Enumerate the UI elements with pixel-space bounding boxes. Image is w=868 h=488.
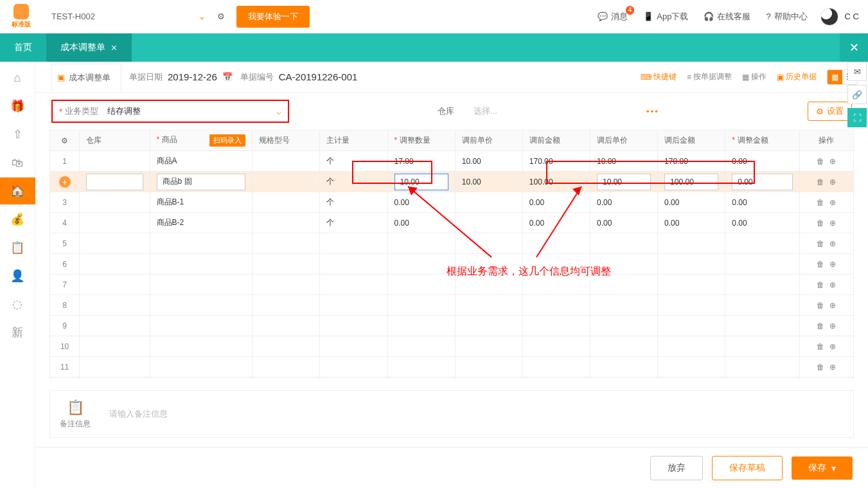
copy-icon[interactable]: ⊕: [829, 301, 836, 310]
sidebar-new-icon[interactable]: 新: [0, 319, 35, 346]
th-gear[interactable]: ⚙: [50, 131, 80, 151]
adjust-by-doc-link[interactable]: ≡按单据调整: [687, 71, 732, 82]
warehouse-selector[interactable]: 选择...: [474, 105, 497, 117]
more-icon[interactable]: •••: [646, 107, 659, 116]
tab-home[interactable]: 首页: [0, 33, 46, 62]
copy-icon[interactable]: ⊕: [829, 198, 836, 207]
view-grid-icon[interactable]: ▦: [828, 70, 842, 84]
post-price-input[interactable]: 10.00: [597, 174, 651, 190]
cta-button[interactable]: 我要体验一下: [236, 6, 310, 28]
close-icon[interactable]: ✕: [111, 43, 118, 53]
save-draft-button[interactable]: 保存草稿: [712, 456, 783, 480]
copy-icon[interactable]: ⊕: [829, 363, 836, 372]
document-tab[interactable]: ▣ 成本调整单: [51, 64, 121, 92]
adj-amt-input[interactable]: 0.00: [732, 174, 793, 190]
calendar-icon[interactable]: 📅: [222, 72, 233, 82]
rail-expand-icon[interactable]: ⛶: [847, 108, 867, 127]
sidebar-home-icon[interactable]: ⌂: [0, 64, 35, 91]
warehouse-input[interactable]: [86, 174, 143, 190]
discard-button[interactable]: 放弃: [650, 456, 703, 480]
th-pre-amt: 调前金额: [522, 131, 590, 151]
table-row[interactable]: 9🗑⊕: [50, 316, 854, 336]
doc-date-field: 单据日期 2019-12-26 📅: [129, 71, 233, 83]
tenant-selector[interactable]: TEST-H002 ⌄: [51, 6, 206, 27]
post-amt-input[interactable]: 100.00: [664, 174, 718, 190]
app-download-link[interactable]: 📱 App下载: [643, 11, 688, 23]
delete-icon[interactable]: 🗑: [817, 301, 824, 310]
doc-serial-value: CA-20191226-001: [279, 71, 358, 82]
history-link[interactable]: ▣历史单据: [777, 71, 817, 82]
remarks-label: 📋 备注信息: [50, 399, 100, 429]
tab-cost-adjust[interactable]: 成本调整单 ✕: [46, 33, 132, 62]
qty-input[interactable]: 10.00: [394, 174, 448, 190]
table-row[interactable]: 10🗑⊕: [50, 336, 854, 357]
rail-link-icon[interactable]: 🔗: [847, 85, 867, 104]
add-row-icon[interactable]: +: [59, 176, 71, 188]
scan-button[interactable]: 扫码录入: [209, 134, 245, 147]
delete-icon[interactable]: 🗑: [817, 321, 824, 330]
business-type-selector[interactable]: * 业务类型 结存调整 ⌵: [51, 100, 289, 123]
doc-date-value[interactable]: 2019-12-26: [168, 71, 217, 82]
table-header-row: ⚙ 仓库 *商品扫码录入 规格型号 主计量 *调整数量 调前单价 调前金额 调后…: [50, 131, 854, 151]
delete-icon[interactable]: 🗑: [817, 239, 824, 248]
required-star: *: [59, 107, 62, 116]
table-row[interactable]: 11🗑⊕: [50, 357, 854, 377]
shortcut-link[interactable]: ⌨快捷键: [641, 71, 677, 82]
table-row[interactable]: 4商品B-2个0.000.000.000.000.00🗑⊕: [50, 213, 854, 233]
th-unit: 主计量: [320, 131, 387, 151]
gear-icon: ⚙: [816, 107, 824, 116]
table-row[interactable]: +商品b 固个10.0010.00100.0010.00100.000.00🗑⊕: [50, 172, 854, 192]
copy-icon[interactable]: ⊕: [829, 177, 836, 186]
help-center-link[interactable]: ? 帮助中心: [766, 11, 807, 23]
th-ops: 操作: [799, 131, 853, 151]
logo[interactable]: 标准版: [9, 4, 33, 29]
settings-button[interactable]: ⚙ 设置: [808, 102, 852, 121]
annotation-bottom: 根据业务需求，这几个信息均可调整: [447, 265, 611, 278]
user-menu[interactable]: C C: [820, 8, 859, 26]
chevron-down-icon: ⌄: [199, 12, 206, 21]
operations-link[interactable]: ▦操作: [742, 71, 766, 82]
sidebar-bag-icon[interactable]: 🛍: [0, 149, 35, 176]
delete-icon[interactable]: 🗑: [817, 363, 824, 372]
copy-icon[interactable]: ⊕: [829, 342, 836, 351]
copy-icon[interactable]: ⊕: [829, 239, 836, 248]
topbar: 标准版 TEST-H002 ⌄ ⚙ 我要体验一下 💬 消息 4 📱 App下载 …: [0, 0, 868, 33]
sidebar-upload-icon[interactable]: ⇧: [0, 121, 35, 148]
delete-icon[interactable]: 🗑: [817, 342, 824, 351]
adjust-icon: ≡: [687, 73, 691, 82]
delete-icon[interactable]: 🗑: [817, 219, 824, 228]
rail-comment-icon[interactable]: ✉: [847, 62, 867, 81]
sidebar-contact-icon[interactable]: 👤: [0, 262, 35, 289]
table-row[interactable]: 8🗑⊕: [50, 295, 854, 316]
sidebar-clipboard-icon[interactable]: 📋: [0, 234, 35, 261]
product-input[interactable]: 商品b 固: [157, 174, 246, 190]
sidebar-gift-icon[interactable]: 🎁: [0, 93, 35, 120]
th-product: *商品扫码录入: [150, 131, 252, 151]
copy-icon[interactable]: ⊕: [829, 260, 836, 269]
delete-icon[interactable]: 🗑: [817, 280, 824, 289]
delete-icon[interactable]: 🗑: [817, 177, 824, 186]
settings-icon[interactable]: ⚙: [217, 12, 225, 21]
chevron-down-icon: ⌵: [276, 107, 281, 116]
tabbar-close-icon[interactable]: ✕: [840, 33, 868, 62]
delete-icon[interactable]: 🗑: [817, 260, 824, 269]
delete-icon[interactable]: 🗑: [817, 157, 824, 166]
copy-icon[interactable]: ⊕: [829, 321, 836, 330]
table-row[interactable]: 3商品B-1个0.000.000.000.000.00🗑⊕: [50, 192, 854, 213]
online-service-link[interactable]: 🎧 在线客服: [704, 11, 750, 23]
copy-icon[interactable]: ⊕: [829, 219, 836, 228]
table-row[interactable]: 5🗑⊕: [50, 233, 854, 254]
chevron-down-icon: ▾: [831, 463, 836, 473]
delete-icon[interactable]: 🗑: [817, 198, 824, 207]
notes-icon: 📋: [67, 399, 84, 416]
messages-link[interactable]: 💬 消息 4: [598, 11, 628, 23]
remarks-input[interactable]: 请输入备注信息: [100, 408, 853, 420]
save-button[interactable]: 保存 ▾: [792, 456, 853, 480]
copy-icon[interactable]: ⊕: [829, 157, 836, 166]
header-actions: ⌨快捷键 ≡按单据调整 ▦操作 ▣历史单据 ▦ ☰: [641, 69, 858, 85]
sidebar-warehouse-icon[interactable]: 🏠: [0, 177, 35, 204]
copy-icon[interactable]: ⊕: [829, 280, 836, 289]
table-row[interactable]: 1商品A个17.0010.00170.0010.00170.000.00🗑⊕: [50, 151, 854, 172]
sidebar-refresh-icon[interactable]: ◌: [0, 291, 35, 318]
sidebar-money-icon[interactable]: 💰: [0, 206, 35, 233]
